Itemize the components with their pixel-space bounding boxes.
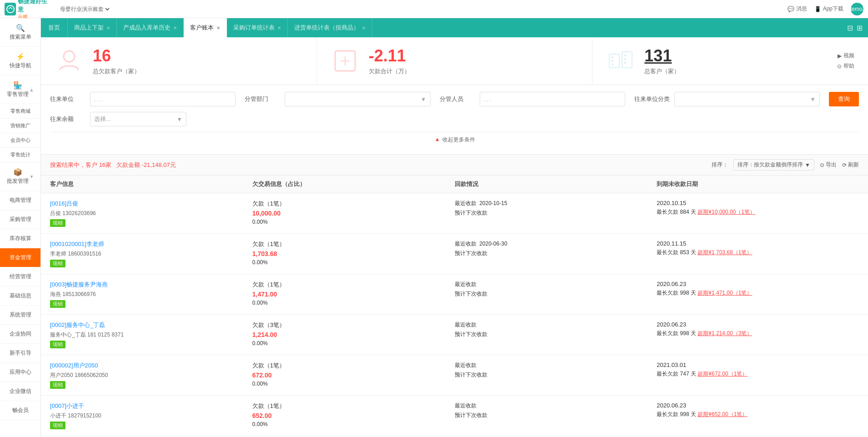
industry-select[interactable]: 母婴行业演示账套 <box>58 5 111 13</box>
unit-category-select[interactable]: ▼ <box>674 92 820 106</box>
help-btn[interactable]: ⊙ 帮助 <box>837 62 854 70</box>
dept-select[interactable]: ▼ <box>285 92 430 106</box>
refresh-icon: ⟳ <box>842 162 847 168</box>
sidebar-item-basic-info[interactable]: 基础信息 <box>0 286 40 306</box>
sidebar-item-quick-nav[interactable]: ⚡ 快捷导航 <box>0 47 40 75</box>
sidebar-item-batch-mgmt[interactable]: 📦 批发管理 ▼ <box>0 162 40 191</box>
sidebar-item-system[interactable]: 系统管理 <box>0 306 40 325</box>
customer-tag-0: 现销 <box>50 219 65 227</box>
sidebar-label-batch: 批发管理 <box>7 178 29 184</box>
sidebar-item-search[interactable]: 🔍 搜索菜单 <box>0 18 40 47</box>
sidebar-item-enterprise-wx[interactable]: 企业微信 <box>0 382 40 401</box>
minimize-icon[interactable]: ⊟ <box>847 24 853 32</box>
tab-customer-account[interactable]: 客户账本 ✕ <box>184 18 227 37</box>
overdue-link-0[interactable]: 超期¥10,000.00（1笔） <box>697 209 755 215</box>
customer-tag-3: 现销 <box>50 341 65 348</box>
batch-icon: 📦 <box>7 168 29 176</box>
customer-name-1[interactable]: [0001020001]李老师 <box>50 240 252 248</box>
tab-stock-stats[interactable]: 进货单统计表（按商品） ✕ <box>288 18 372 37</box>
person-label: 分管人员 <box>440 95 476 103</box>
sidebar: 🔍 搜索菜单 ⚡ 快捷导航 🏪 零售管理 ▲ 零售商城 营销推广 会 <box>0 18 41 437</box>
sidebar-label-system: 系统管理 <box>10 311 31 318</box>
debt-info-5: 欠款（1笔） 652.00 0.00% <box>252 402 455 427</box>
debt-amount-2: 1,471.00 <box>252 291 455 298</box>
last-payment-label-1: 最近收款 2020-06-30 <box>455 240 657 248</box>
sidebar-item-operations[interactable]: 经营管理 <box>0 267 40 286</box>
close-tab-purchase-order[interactable]: ✕ <box>277 25 281 30</box>
sidebar-item-member[interactable]: 畅会员 <box>0 401 40 420</box>
sidebar-label-retail-mall: 零售商城 <box>10 108 30 114</box>
sort-select[interactable]: 排序：按欠款金额倒序排序 ▼ <box>733 159 814 171</box>
debt-percent-1: 0.00% <box>252 259 455 266</box>
app-download-btn[interactable]: 📱 App下载 <box>814 5 843 13</box>
message-btn[interactable]: 💬 消息 <box>788 5 807 13</box>
sidebar-item-app-center[interactable]: 应用中心 <box>0 363 40 382</box>
sidebar-item-enterprise[interactable]: 企业协同 <box>0 325 40 344</box>
results-actions: 排序： 排序：按欠款金额倒序排序 ▼ ⊙ 导出 ⟳ 刷新 <box>712 159 859 171</box>
overdue-info-5: 2020.06.23 最长欠款 998 天 超期¥652.00（1笔） <box>657 402 859 418</box>
video-btn[interactable]: ▶ 视频 <box>838 52 854 60</box>
last-payment-label-3: 最近收款 <box>455 321 657 329</box>
source-unit-input[interactable]: ... <box>90 92 236 106</box>
overdue-amount-value: -2.11 <box>369 46 410 65</box>
sidebar-item-retail-mall[interactable]: 零售商城 <box>0 104 40 119</box>
overdue-customers-value: 16 <box>93 46 140 65</box>
nav-icon: ⚡ <box>2 52 38 61</box>
customer-name-3[interactable]: [0002]服务中心_丁磊 <box>50 321 252 329</box>
sidebar-item-purchase[interactable]: 采购管理 <box>0 210 40 229</box>
dept-filter: 分管部门 ▼ <box>245 92 430 106</box>
refresh-btn[interactable]: ⟳ 刷新 <box>842 161 859 169</box>
customer-name-0[interactable]: [0016]吕俊 <box>50 200 252 208</box>
overdue-days-3: 最长欠款 998 天 超期¥1,214.00（3笔） <box>657 330 859 337</box>
sidebar-item-member-center[interactable]: 会员中心 <box>0 133 40 148</box>
filter-row-2: 往来余额 选择... ▼ <box>50 112 859 126</box>
top-bar-left: 畅捷通好生意 示膜 母婴行业演示账套 <box>5 0 111 20</box>
table-row: [000002]用户2050 用户2050 18665062050 现销 欠款（… <box>41 355 868 396</box>
overdue-link-1[interactable]: 超期¥1,703.68（1笔） <box>697 249 752 256</box>
sidebar-item-ecommerce[interactable]: 电商管理 <box>0 191 40 210</box>
tab-products[interactable]: 商品上下架 ✕ <box>68 18 117 37</box>
customer-name-5[interactable]: [0007]小进干 <box>50 402 252 410</box>
person-input[interactable]: ... <box>480 92 625 106</box>
app-name: 畅捷通好生意 示膜 <box>18 0 50 20</box>
close-tab-products[interactable]: ✕ <box>106 25 110 30</box>
svg-rect-3 <box>609 54 619 68</box>
close-tab-stock-stats[interactable]: ✕ <box>362 25 366 30</box>
table-rows-container: [0016]吕俊 吕俊 13026203696 现销 欠款（1笔） 10,000… <box>41 193 868 437</box>
unit-category-label: 往来单位分类 <box>634 95 671 103</box>
svg-rect-8 <box>624 55 626 56</box>
overdue-link-3[interactable]: 超期¥1,214.00（3笔） <box>697 330 752 337</box>
user-avatar[interactable]: demo2 <box>851 3 863 15</box>
total-customers-info: 131 总客户（家） <box>644 46 680 75</box>
overdue-days-4: 最长欠款 747 天 超期¥672.00（1笔） <box>657 370 859 378</box>
tab-production[interactable]: 产成品入库单历史 ✕ <box>117 18 184 37</box>
sidebar-item-new-guide[interactable]: 新手引导 <box>0 344 40 363</box>
sidebar-item-marketing[interactable]: 营销推广 <box>0 119 40 133</box>
sidebar-item-finance[interactable]: 资金管理 <box>0 248 40 267</box>
search-button[interactable]: 查询 <box>829 92 859 106</box>
stat-card-total-customers: 131 总客户（家） ▶ 视频 ⊙ 帮助 <box>592 37 868 85</box>
due-date-2: 2020.06.23 <box>657 281 859 287</box>
maximize-icon[interactable]: ⊞ <box>857 24 863 32</box>
overdue-link-5[interactable]: 超期¥652.00（1笔） <box>697 411 748 417</box>
customer-name-4[interactable]: [000002]用户2050 <box>50 362 252 370</box>
sidebar-item-retail-mgmt[interactable]: 🏪 零售管理 ▲ <box>0 75 40 104</box>
sidebar-item-retail-stats[interactable]: 零售统计 <box>0 148 40 162</box>
close-tab-customer-account[interactable]: ✕ <box>216 25 220 30</box>
customer-tag-2: 现销 <box>50 300 65 308</box>
due-date-3: 2020.06.23 <box>657 321 859 328</box>
sidebar-label-retail: 零售管理 <box>7 91 29 97</box>
tab-home[interactable]: 首页 <box>41 18 68 37</box>
balance-select[interactable]: 选择... ▼ <box>90 112 186 126</box>
overdue-link-4[interactable]: 超期¥672.00（1笔） <box>697 371 748 377</box>
overdue-days-2: 最长欠款 998 天 超期¥1,471.00（1笔） <box>657 289 859 297</box>
tab-end-icons: ⊟ ⊞ <box>842 24 868 32</box>
customer-name-2[interactable]: [0003]畅捷服务尹海燕 <box>50 281 252 289</box>
sidebar-item-inventory[interactable]: 库存核算 <box>0 229 40 248</box>
tab-purchase-order[interactable]: 采购订单统计表 ✕ <box>227 18 288 37</box>
collapse-bar[interactable]: 🔺 收起更多条件 <box>50 132 859 147</box>
export-btn[interactable]: ⊙ 导出 <box>820 161 837 169</box>
overdue-link-2[interactable]: 超期¥1,471.00（1笔） <box>697 290 752 296</box>
sidebar-label-search: 搜索菜单 <box>10 34 31 40</box>
close-tab-production[interactable]: ✕ <box>173 25 177 30</box>
